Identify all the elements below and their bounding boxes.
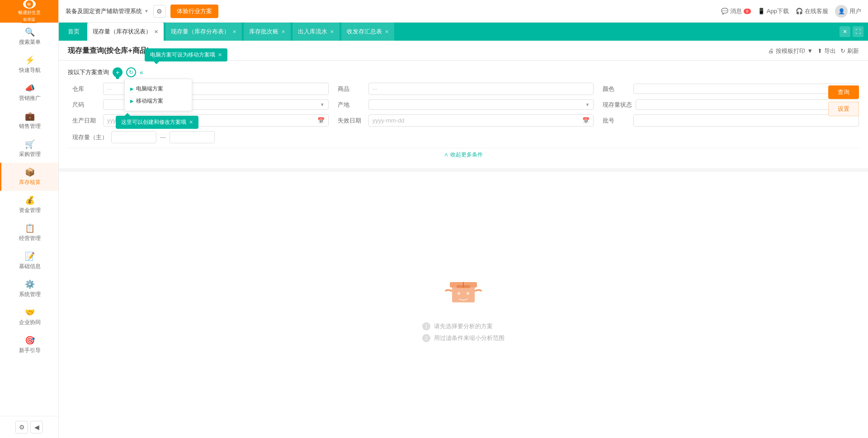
filter-add-button[interactable]: + — [113, 67, 123, 77]
query-button[interactable]: 查询 — [828, 85, 859, 99]
settings-gear-button[interactable]: ⚙ — [153, 5, 166, 18]
settings-button[interactable]: ⚙ — [15, 421, 28, 433]
reset-button[interactable]: 设置 — [828, 102, 859, 116]
sidebar-item-sales[interactable]: 💼 销售管理 — [0, 107, 58, 135]
sidebar-item-system[interactable]: ⚙️ 系统管理 — [0, 275, 58, 303]
filter-label: 按以下方案查询 — [68, 68, 109, 76]
user-label: 用户 — [849, 7, 861, 15]
empty-illustration — [441, 266, 486, 311]
sidebar-item-marketing[interactable]: 📣 营销推广 — [0, 79, 58, 107]
filter-section: 按以下方案查询 + ↻ « 电脑方案可设为移动方案哦 ✕ ▶ 电脑端方案 — [59, 61, 868, 168]
color-select[interactable]: ▼ — [633, 84, 859, 94]
tab-summary[interactable]: 收发存汇总表 ✕ — [341, 23, 394, 41]
empty-state: 1 请先选择要分析的方案 2 用过滤条件来缩小分析范围 — [59, 172, 868, 438]
filter-header: 按以下方案查询 + ↻ « 电脑方案可设为移动方案哦 ✕ — [68, 67, 859, 77]
marketing-icon: 📣 — [25, 83, 35, 93]
empty-step-1: 1 请先选择要分析的方案 — [422, 320, 505, 332]
operations-icon: 📋 — [25, 223, 35, 233]
sidebar-item-guide[interactable]: 🎯 新手引导 — [0, 331, 58, 359]
filter-batch-row: 批号 — [603, 114, 859, 127]
sidebar-item-inventory[interactable]: 📦 库存核算 — [0, 163, 58, 191]
filter-inventory-main-row: 现存量（主） — — [72, 131, 329, 143]
sidebar-item-quicknav[interactable]: ⚡ 快速导航 — [0, 51, 58, 79]
tab-inout-flow[interactable]: 出入库流水 ✕ — [292, 23, 340, 41]
expand-icon: ▶ — [130, 86, 134, 91]
refresh-icon: ↻ — [840, 47, 845, 54]
mobile-scheme-item[interactable]: ▶ 移动端方案 — [125, 95, 192, 107]
select-arrow-icon: ▼ — [320, 102, 325, 107]
range-separator: — — [160, 134, 166, 141]
tab-home[interactable]: 首页 — [61, 23, 86, 41]
sidebar-item-purchase[interactable]: 🛒 采购管理 — [0, 135, 58, 163]
step-number: 2 — [422, 334, 430, 342]
sidebar-item-search[interactable]: 🔍 搜索菜单 — [0, 23, 58, 51]
expiry-date-input[interactable]: yyyy-mm-dd 📅 — [368, 114, 594, 127]
collapse-bar[interactable]: ∧ 收起更多条件 — [68, 148, 859, 161]
enterprise-icon: 🤝 — [25, 307, 35, 317]
sidebar-item-label: 营销推广 — [19, 94, 41, 102]
sidebar-item-enterprise[interactable]: 🤝 企业协同 — [0, 303, 58, 331]
refresh-button[interactable]: ↻ 刷新 — [840, 47, 859, 55]
filter-refresh-button[interactable]: ↻ — [126, 67, 136, 77]
tab-inventory-distribution[interactable]: 现存量（库存分布表） ✕ — [165, 23, 242, 41]
inventory-status-select[interactable]: ▼ — [636, 99, 859, 110]
dots-menu[interactable]: ··· — [107, 85, 112, 92]
expiry-date-placeholder: yyyy-mm-dd — [373, 117, 405, 124]
system-icon: ⚙️ — [25, 279, 35, 289]
tab-close-icon[interactable]: ✕ — [154, 29, 158, 35]
logo-icon: 畅 — [23, 0, 36, 9]
online-support-action[interactable]: 🎧 在线客服 — [796, 7, 828, 15]
filter-back-button[interactable]: « — [140, 69, 143, 76]
inventory-main-label: 现存量（主） — [72, 133, 108, 141]
sidebar-logo: 畅 畅通好生意 标准版 — [0, 0, 58, 23]
tooltip-close2-icon[interactable]: ✕ — [189, 119, 193, 125]
sidebar-item-label: 新手引导 — [19, 347, 41, 354]
sidebar-item-label: 基础信息 — [19, 263, 41, 270]
support-icon: 🎧 — [796, 8, 803, 14]
inventory-main-start[interactable] — [111, 131, 156, 143]
tab-close-icon[interactable]: ✕ — [385, 29, 389, 35]
tab-close-icon[interactable]: ✕ — [232, 29, 236, 35]
svg-point-7 — [467, 292, 469, 295]
tab-close-all-button[interactable]: ✕ — [840, 26, 850, 37]
print-button[interactable]: 🖨 按模板打印 ▼ — [768, 47, 813, 55]
dots-menu[interactable]: ··· — [373, 85, 377, 92]
trial-button[interactable]: 体验行业方案 — [170, 5, 218, 18]
production-date-label: 生产日期 — [72, 117, 99, 125]
sidebar-item-basic[interactable]: 📝 基础信息 — [0, 247, 58, 275]
tooltip-close-icon[interactable]: ✕ — [218, 52, 222, 58]
message-action[interactable]: 💬 消息 8 — [721, 7, 751, 15]
tab-fullscreen-button[interactable]: ⛶ — [853, 26, 863, 37]
system-name: 装备及固定资产辅助管理系统 — [66, 7, 142, 15]
tab-label: 收发存汇总表 — [347, 28, 382, 36]
sidebar-item-label: 企业协同 — [19, 319, 41, 326]
warehouse-label: 仓库 — [72, 85, 99, 93]
inventory-main-end[interactable] — [170, 131, 215, 143]
tab-close-icon[interactable]: ✕ — [281, 29, 285, 35]
user-action[interactable]: 👤 用户 — [835, 5, 861, 18]
filter-goods-row: 商品 ··· — [338, 83, 594, 95]
app-download-action[interactable]: 📱 App下载 — [758, 7, 789, 15]
origin-select[interactable]: ▼ — [368, 99, 594, 110]
export-button[interactable]: ⬆ 导出 — [817, 47, 836, 55]
sidebar-item-label: 系统管理 — [19, 291, 41, 298]
goods-select[interactable]: ··· — [368, 83, 594, 95]
svg-text:畅: 畅 — [27, 2, 31, 6]
message-badge: 8 — [744, 9, 751, 14]
inventory-icon: 📦 — [25, 167, 35, 177]
inventory-status-label: 现存量状态 — [603, 101, 632, 109]
tab-label: 出入库流水 — [298, 28, 327, 36]
tab-batch-account[interactable]: 库存批次账 ✕ — [244, 23, 291, 41]
pc-scheme-item[interactable]: ▶ 电脑端方案 — [125, 83, 192, 95]
sidebar-item-finance[interactable]: 💰 资金管理 — [0, 191, 58, 219]
collapse-sidebar-button[interactable]: ◀ — [30, 421, 43, 433]
tab-close-icon[interactable]: ✕ — [330, 29, 334, 35]
filter-expiry-date-row: 失效日期 yyyy-mm-dd 📅 — [338, 114, 594, 127]
system-selector[interactable]: 装备及固定资产辅助管理系统 ▼ — [66, 7, 149, 15]
tab-inventory-status[interactable]: 现存量（库存状况表） ✕ — [87, 23, 164, 41]
top-header: 装备及固定资产辅助管理系统 ▼ ⚙ 体验行业方案 💬 消息 8 📱 App下载 … — [59, 0, 868, 23]
sidebar-item-label: 经营管理 — [19, 235, 41, 242]
sidebar-item-operations[interactable]: 📋 经营管理 — [0, 219, 58, 247]
basic-icon: 📝 — [25, 251, 35, 261]
batch-input[interactable] — [633, 114, 859, 127]
